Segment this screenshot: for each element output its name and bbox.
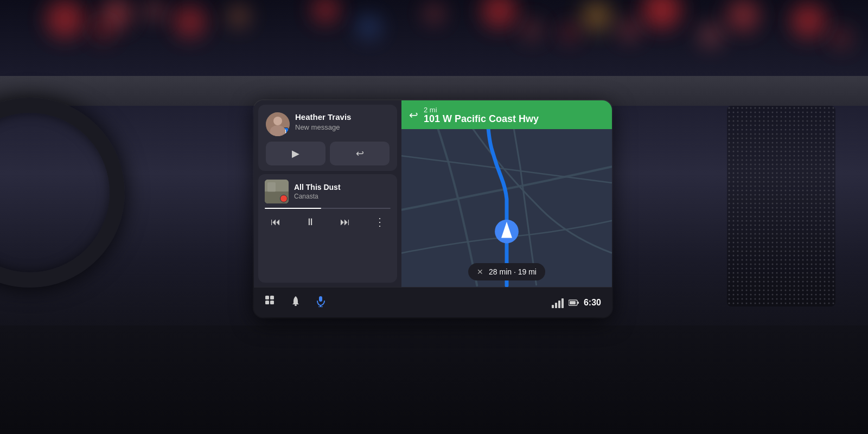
screen-content: Heather Travis New message ▶ ↩ (254, 100, 612, 287)
nav-info: 2 mi 101 W Pacific Coast Hwy (424, 106, 539, 124)
contact-name: Heather Travis (295, 112, 390, 122)
play-icon: ▶ (292, 148, 299, 159)
messenger-badge (281, 127, 289, 135)
notification-text: Heather Travis New message (295, 112, 390, 131)
svg-point-10 (521, 19, 542, 41)
pause-button[interactable]: ⏸ (301, 212, 320, 232)
svg-rect-30 (265, 296, 269, 299)
notification-card[interactable]: Heather Travis New message ▶ ↩ (258, 105, 397, 171)
svg-point-18 (830, 27, 852, 49)
turn-arrow-icon: ↩ (409, 108, 418, 122)
svg-rect-39 (555, 303, 557, 308)
message-type: New message (295, 123, 390, 131)
grid-icon-svg (265, 295, 277, 307)
svg-point-23 (270, 126, 285, 136)
track-title: All This Dust (294, 183, 391, 192)
more-icon: ⋮ (374, 215, 385, 228)
dashboard-lower (0, 326, 868, 434)
music-header: All This Dust Canasta (265, 180, 391, 203)
svg-point-7 (357, 15, 381, 39)
music-info: All This Dust Canasta (294, 183, 391, 200)
eta-separator: · (514, 267, 518, 276)
music-progress-bar[interactable] (265, 208, 391, 209)
svg-point-22 (273, 117, 282, 125)
svg-rect-44 (570, 301, 576, 304)
reply-button[interactable]: ↩ (330, 142, 390, 165)
progress-fill (265, 208, 321, 209)
play-button[interactable]: ▶ (266, 142, 326, 165)
music-controls: ⏮ ⏸ ⏭ ⋮ (265, 212, 391, 232)
eta-time: 28 min (489, 267, 512, 276)
eta-close-button[interactable]: ✕ (477, 267, 483, 276)
contact-avatar (266, 112, 290, 136)
svg-point-3 (174, 5, 206, 38)
svg-rect-20 (727, 106, 835, 307)
spotify-badge (280, 195, 288, 202)
next-icon: ⏭ (340, 216, 350, 228)
messenger-icon (282, 129, 285, 133)
bell-icon-svg (290, 295, 302, 307)
navigation-header: ↩ 2 mi 101 W Pacific Coast Hwy (401, 100, 612, 129)
svg-rect-33 (270, 301, 274, 304)
prev-track-button[interactable]: ⏮ (266, 212, 285, 232)
svg-point-14 (618, 19, 640, 41)
apps-icon[interactable] (265, 295, 277, 310)
svg-point-4 (145, 1, 164, 21)
music-card[interactable]: All This Dust Canasta ⏮ ⏸ ⏭ (258, 174, 397, 283)
svg-rect-41 (561, 298, 564, 308)
more-options-button[interactable]: ⋮ (370, 212, 390, 232)
nav-distance: 2 mi (424, 106, 539, 114)
eta-info: 28 min · 19 mi (489, 267, 537, 276)
svg-point-6 (312, 0, 339, 23)
svg-rect-40 (558, 301, 560, 308)
speaker-dots (727, 106, 835, 307)
speaker-grill (727, 106, 835, 307)
pause-icon: ⏸ (305, 216, 315, 228)
svg-point-0 (46, 0, 84, 38)
left-panel: Heather Travis New message ▶ ↩ (254, 100, 401, 287)
svg-point-12 (560, 23, 579, 42)
svg-rect-38 (552, 305, 554, 308)
map-panel[interactable]: ↩ 2 mi 101 W Pacific Coast Hwy ✕ 28 min … (401, 100, 612, 287)
nav-street: 101 W Pacific Coast Hwy (424, 114, 539, 124)
svg-point-13 (643, 0, 681, 29)
svg-rect-43 (577, 302, 579, 304)
svg-rect-31 (270, 296, 274, 299)
notification-actions: ▶ ↩ (266, 142, 390, 165)
svg-point-15 (727, 0, 760, 31)
bottom-left-icons (265, 295, 551, 310)
mic-icon-svg (315, 295, 327, 307)
next-track-button[interactable]: ⏭ (335, 212, 355, 232)
svg-point-16 (699, 23, 723, 47)
eta-bar: ✕ 28 min · 19 mi (468, 263, 545, 280)
eta-distance: 19 mi (518, 267, 537, 276)
notification-header: Heather Travis New message (266, 112, 390, 136)
signal-icon (551, 297, 564, 308)
svg-point-11 (582, 1, 612, 31)
album-art (265, 180, 289, 203)
svg-point-8 (424, 4, 444, 23)
svg-point-17 (791, 3, 826, 38)
microphone-icon[interactable] (315, 295, 327, 310)
svg-rect-35 (319, 296, 322, 302)
bottom-bar: 6:30 (254, 287, 612, 317)
notification-icon[interactable] (290, 295, 302, 310)
clock-display: 6:30 (584, 298, 601, 308)
android-auto-screen: Heather Travis New message ▶ ↩ (254, 100, 612, 317)
svg-point-9 (482, 0, 516, 28)
svg-rect-34 (295, 304, 297, 306)
bottom-right-status: 6:30 (551, 297, 601, 308)
prev-icon: ⏮ (271, 216, 280, 228)
reply-icon: ↩ (356, 148, 364, 159)
battery-icon (569, 298, 579, 307)
svg-point-2 (91, 18, 115, 42)
svg-rect-32 (265, 301, 269, 304)
svg-rect-26 (267, 182, 276, 192)
svg-point-5 (228, 5, 250, 27)
track-artist: Canasta (294, 193, 391, 200)
